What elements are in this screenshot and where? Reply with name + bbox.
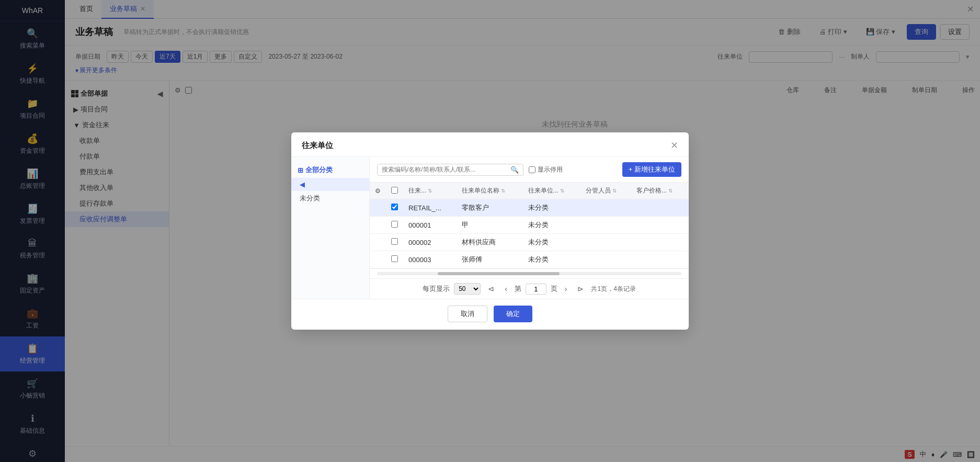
dialog-title: 往来单位 [302,141,333,151]
row-category: 未分类 [523,251,580,268]
row-price [631,199,689,217]
dialog-toolbar: 🔍 显示停用 + 新增往来单位 [370,157,689,183]
row-code: RETAIL_... [403,199,457,217]
row-name: 张师傅 [457,251,523,268]
dialog-body: ⊞ 全部分类 ◀ 未分类 🔍 [291,157,689,299]
row-price [631,234,689,251]
dialog-scrollbar[interactable] [370,268,689,278]
th-setting: ⚙ [370,183,386,199]
th-manager: 分管人员 ⇅ [580,183,632,199]
dialog-table: ⚙ 往来... ⇅ 往来单位名称 ⇅ 往来单位... ⇅ 分管人员 ⇅ 客户价格… [370,183,689,268]
row-manager [580,217,632,234]
table-select-all[interactable] [391,187,398,194]
scrollbar-track [377,272,681,275]
dialog-categories: ⊞ 全部分类 ◀ 未分类 [291,157,370,299]
page-prev-btn[interactable]: ‹ [502,284,510,294]
dialog-cat-header: ⊞ 全部分类 [291,162,369,178]
show-disabled-label[interactable]: 显示停用 [529,165,563,174]
confirm-button[interactable]: 确定 [494,306,532,322]
dialog-cat-all-label[interactable]: 全部分类 [305,165,333,175]
table-row[interactable]: RETAIL_... 零散客户 未分类 [370,199,689,217]
page-next-btn[interactable]: › [562,284,571,294]
dialog-search-icon: 🔍 [510,166,519,174]
dialog-close-icon[interactable]: ✕ [670,140,678,151]
page-total-info: 共1页，4条记录 [591,285,635,294]
row-check[interactable] [386,251,403,268]
scrollbar-thumb [438,272,560,275]
show-disabled-checkbox[interactable] [529,166,535,173]
row-category: 未分类 [523,234,580,251]
th-name: 往来单位名称 ⇅ [457,183,523,199]
table-row[interactable]: 000003 张师傅 未分类 [370,251,689,268]
row-category: 未分类 [523,199,580,217]
cancel-button[interactable]: 取消 [448,306,487,322]
row-code: 000003 [403,251,457,268]
add-party-button[interactable]: + 新增往来单位 [622,162,681,177]
row-code: 000001 [403,217,457,234]
collapse-icon: ◀ [300,181,305,188]
page-number-input[interactable] [526,284,546,295]
page-first-btn[interactable]: ⊲ [485,284,497,294]
row-name: 材料供应商 [457,234,523,251]
row-check[interactable] [386,217,403,234]
page-unit: 页 [551,284,557,294]
row-name: 甲 [457,217,523,234]
page-word: 第 [515,284,521,294]
dialog-search-box[interactable]: 🔍 [377,164,523,176]
th-price: 客户价格... ⇅ [631,183,689,199]
row-setting [370,251,386,268]
row-setting [370,217,386,234]
row-check[interactable] [386,199,403,217]
dialog-pagination: 每页显示 50 100 ⊲ ‹ 第 页 › ⊳ 共1页，4条记录 [370,278,689,299]
row-code: 000002 [403,234,457,251]
dialog-cat-collapse-btn[interactable]: ◀ [291,178,369,191]
th-check [386,183,403,199]
dialog-header: 往来单位 ✕ [291,132,689,157]
page-size-select[interactable]: 50 100 [454,283,481,295]
row-price [631,251,689,268]
row-price [631,217,689,234]
dialog-right: 🔍 显示停用 + 新增往来单位 ⚙ [370,157,689,299]
row-manager [580,251,632,268]
table-header-row: ⚙ 往来... ⇅ 往来单位名称 ⇅ 往来单位... ⇅ 分管人员 ⇅ 客户价格… [370,183,689,199]
th-code: 往来... ⇅ [403,183,457,199]
table-row[interactable]: 000001 甲 未分类 [370,217,689,234]
row-category: 未分类 [523,217,580,234]
row-check[interactable] [386,234,403,251]
dialog-search-input[interactable] [382,166,508,173]
dialog-cat-unclassified[interactable]: 未分类 [291,191,369,206]
row-setting [370,199,386,217]
row-setting [370,234,386,251]
modal-overlay: 往来单位 ✕ ⊞ 全部分类 ◀ 未分类 [0,0,980,462]
cat-grid-icon: ⊞ [298,166,303,174]
table-row[interactable]: 000002 材料供应商 未分类 [370,234,689,251]
page-size-label: 每页显示 [423,284,450,294]
row-manager [580,234,632,251]
row-name: 零散客户 [457,199,523,217]
dialog-actions: 取消 确定 [291,299,689,330]
party-dialog: 往来单位 ✕ ⊞ 全部分类 ◀ 未分类 [291,132,689,330]
th-category: 往来单位... ⇅ [523,183,580,199]
row-manager [580,199,632,217]
page-last-btn[interactable]: ⊳ [574,284,587,294]
